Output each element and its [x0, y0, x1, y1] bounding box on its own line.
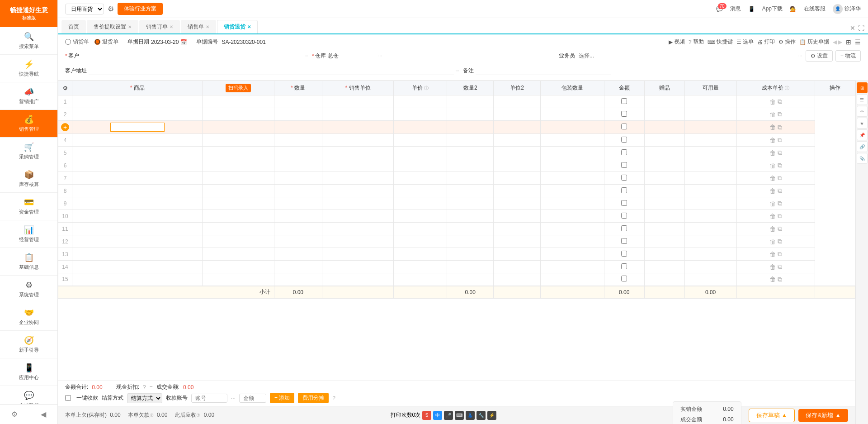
gift-cell-13[interactable] [604, 248, 644, 261]
gift-cb-13[interactable] [621, 251, 627, 257]
goods-cell-9[interactable] [72, 197, 203, 210]
rs-btn-tool5[interactable]: 📎 [857, 153, 868, 164]
gift-cell-12[interactable] [604, 235, 644, 248]
unit2-cell-2[interactable] [447, 108, 494, 121]
sale-unit-cell-5[interactable] [274, 147, 322, 159]
sidebar-settings-btn[interactable]: ⚙ [8, 408, 21, 420]
available-cell-3[interactable] [644, 121, 684, 134]
gift-cell-6[interactable] [604, 159, 644, 172]
qty-cell-11[interactable] [203, 223, 274, 235]
sale-unit-cell-1[interactable] [274, 95, 322, 108]
amount-cell-9[interactable] [540, 197, 604, 210]
gift-cell-7[interactable] [604, 172, 644, 185]
copy-icon-12[interactable]: ⧉ [778, 238, 782, 245]
cost-price-cell-9[interactable] [684, 197, 736, 210]
sale-unit-cell-10[interactable] [274, 210, 322, 223]
action-operation[interactable]: ⚙ 操作 [778, 38, 796, 46]
copy-icon-1[interactable]: ⧉ [778, 98, 782, 105]
goods-input-3[interactable] [110, 123, 165, 132]
gift-cb-7[interactable] [621, 175, 627, 181]
gift-cell-15[interactable] [604, 273, 644, 286]
qty2-cell-14[interactable] [394, 261, 447, 273]
available-cell-10[interactable] [644, 210, 684, 223]
available-cell-5[interactable] [644, 147, 684, 159]
qty-cell-13[interactable] [203, 248, 274, 261]
goods-cell-2[interactable] [72, 108, 203, 121]
action-help[interactable]: ? 帮助 [689, 38, 704, 46]
gift-cb-15[interactable] [621, 276, 627, 281]
goods-cell-3[interactable] [72, 121, 203, 134]
cost-price-cell-11[interactable] [684, 223, 736, 235]
discount-help[interactable]: ? [143, 384, 146, 391]
unit-price-cell-1[interactable] [322, 95, 393, 108]
qty2-cell-7[interactable] [394, 172, 447, 185]
scan-btn[interactable]: 扫码录入 [226, 84, 251, 92]
amount-cell-8[interactable] [540, 185, 604, 197]
copy-icon-8[interactable]: ⧉ [778, 187, 782, 195]
pack-qty-cell-12[interactable] [494, 235, 540, 248]
unit-price-cell-6[interactable] [322, 159, 393, 172]
pack-qty-cell-14[interactable] [494, 261, 540, 273]
unit2-cell-14[interactable] [447, 261, 494, 273]
qty-cell-7[interactable] [203, 172, 274, 185]
ime-btn2[interactable]: 中 [433, 411, 442, 420]
delete-icon-10[interactable]: 🗑 [769, 213, 776, 220]
available-cell-2[interactable] [644, 108, 684, 121]
pack-qty-cell-13[interactable] [494, 248, 540, 261]
available-cell-12[interactable] [644, 235, 684, 248]
amount-cell-4[interactable] [540, 134, 604, 147]
goods-cell-4[interactable] [72, 134, 203, 147]
gift-cb-5[interactable] [621, 149, 627, 155]
sale-unit-cell-9[interactable] [274, 197, 322, 210]
available-cell-8[interactable] [644, 185, 684, 197]
address-ellipsis[interactable]: ··· [456, 68, 459, 73]
copy-icon-5[interactable]: ⧉ [778, 149, 782, 157]
gift-cb-2[interactable] [621, 111, 627, 117]
cost-price-cell-8[interactable] [684, 185, 736, 197]
amount-cell-5[interactable] [540, 147, 604, 159]
tab-close-sale-return[interactable]: ✕ [247, 24, 251, 29]
qty2-cell-13[interactable] [394, 248, 447, 261]
available-cell-11[interactable] [644, 223, 684, 235]
online-service-label[interactable]: 在线客服 [804, 5, 826, 13]
fee-split-btn[interactable]: 费用分摊 [298, 393, 329, 403]
qty-cell-14[interactable] [203, 261, 274, 273]
tab-close-sale-order[interactable]: ✕ [170, 24, 173, 29]
unit2-cell-9[interactable] [447, 197, 494, 210]
rs-btn-tool1[interactable]: ✏ [857, 106, 868, 117]
copy-icon-2[interactable]: ⧉ [778, 110, 782, 118]
cost-price-cell-1[interactable] [684, 95, 736, 108]
sale-unit-cell-14[interactable] [274, 261, 322, 273]
experience-btn[interactable]: 体验行业方案 [118, 3, 163, 15]
cost-price-cell-14[interactable] [684, 261, 736, 273]
available-cell-14[interactable] [644, 261, 684, 273]
unit-price-cell-4[interactable] [322, 134, 393, 147]
unit-price-cell-8[interactable] [322, 185, 393, 197]
amount-cell-12[interactable] [540, 235, 604, 248]
unit-price-cell-2[interactable] [322, 108, 393, 121]
delete-icon-12[interactable]: 🗑 [769, 238, 776, 245]
copy-icon-7[interactable]: ⧉ [778, 174, 782, 182]
delete-icon-3[interactable]: 🗑 [769, 124, 776, 131]
goods-cell-12[interactable] [72, 235, 203, 248]
gift-cell-2[interactable] [604, 108, 644, 121]
cost-price-cell-15[interactable] [684, 273, 736, 286]
sidebar-item-basic[interactable]: 📋基础信息 [0, 248, 57, 276]
unit2-cell-13[interactable] [447, 248, 494, 261]
amount-cell-13[interactable] [540, 248, 604, 261]
gift-cell-14[interactable] [604, 261, 644, 273]
ime-btn6[interactable]: 🔧 [476, 411, 486, 420]
sidebar-collapse-btn[interactable]: ◀ [37, 408, 50, 420]
pack-qty-cell-8[interactable] [494, 185, 540, 197]
view-toggle-grid[interactable]: ⊞ [846, 38, 851, 46]
pack-qty-cell-7[interactable] [494, 172, 540, 185]
goods-cell-15[interactable] [72, 273, 203, 286]
amount-cell-11[interactable] [540, 223, 604, 235]
app-download-label[interactable]: App下载 [762, 5, 783, 13]
cost-price-cell-13[interactable] [684, 248, 736, 261]
sale-unit-cell-12[interactable] [274, 235, 322, 248]
delete-icon-5[interactable]: 🗑 [769, 149, 776, 157]
goods-cell-11[interactable] [72, 223, 203, 235]
rs-btn-tool2[interactable]: ★ [857, 118, 868, 129]
ime-btn4[interactable]: ⌨ [455, 411, 464, 420]
